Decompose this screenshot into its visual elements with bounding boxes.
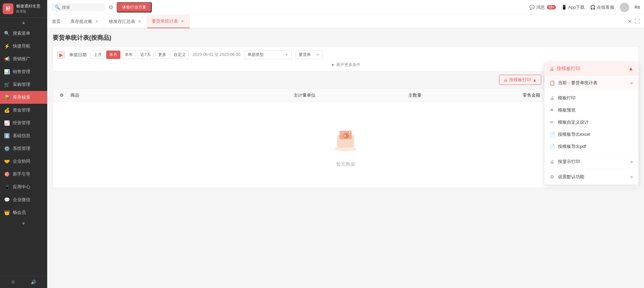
avatar[interactable] bbox=[620, 3, 629, 12]
dropdown-current-item[interactable]: 📋 当前：要货单统计表 ▶ bbox=[545, 77, 638, 89]
quick-nav-icon: ⚡ bbox=[3, 43, 10, 49]
sidebar-item-label: 企业微信 bbox=[13, 197, 30, 203]
date-btn-7days[interactable]: 近7天 bbox=[137, 51, 154, 59]
tab-receipt-summary[interactable]: 收发存汇总表 ✕ bbox=[104, 15, 147, 28]
sidebar-item-label: 经营管理 bbox=[13, 120, 30, 126]
dropdown-export-pdf[interactable]: 📄 按模板导出pdf bbox=[545, 140, 638, 153]
tab-receipt-summary-close[interactable]: ✕ bbox=[137, 19, 142, 25]
dropdown-template-preview[interactable]: 👁 模板预览 bbox=[545, 104, 638, 116]
doc-type-select[interactable]: 单据类型 ▼ bbox=[244, 50, 292, 59]
sidebar-item-app-center[interactable]: 📱 应用中心 bbox=[0, 181, 47, 193]
sidebar-item-marketing[interactable]: 📢 营销推广 bbox=[0, 53, 47, 65]
sidebar-item-finance[interactable]: 💰 资金管理 bbox=[0, 104, 47, 117]
sidebar-item-label: 搜索菜单 bbox=[13, 30, 30, 36]
tab-inventory-batch-close[interactable]: ✕ bbox=[94, 19, 99, 25]
export-pdf-icon: 📄 bbox=[549, 144, 555, 149]
system-icon: ⚙️ bbox=[3, 146, 10, 151]
dropdown-current-left: 📋 当前：要货单统计表 bbox=[549, 80, 597, 86]
date-btn-last-month[interactable]: 上月 bbox=[91, 51, 105, 59]
sidebar-item-label: 新手引导 bbox=[13, 171, 30, 177]
operations-icon: 📈 bbox=[3, 120, 10, 126]
sidebar-item-sales[interactable]: 📊 销售管理 bbox=[0, 65, 47, 78]
tab-inventory-batch[interactable]: 库存批次账 ✕ bbox=[66, 15, 104, 28]
print-template-btn[interactable]: 🖨 按模板打印 ▲ bbox=[499, 75, 541, 85]
export-pdf-label: 按模板导出pdf bbox=[558, 143, 586, 150]
close-tab-btn[interactable]: ✕ bbox=[627, 18, 632, 25]
export-excel-icon: 📄 bbox=[549, 132, 555, 137]
chevron-right-icon: ▶ bbox=[631, 81, 634, 85]
tab-home[interactable]: 首页 bbox=[47, 15, 66, 28]
search-input[interactable] bbox=[62, 5, 102, 10]
dropdown-template-design[interactable]: ✏ 模板自定义设计 bbox=[545, 116, 638, 128]
sidebar-item-label: 企业协同 bbox=[13, 158, 30, 164]
marketing-icon: 📢 bbox=[3, 56, 10, 62]
sidebar-item-wechat[interactable]: 💬 企业微信 bbox=[0, 193, 47, 206]
dropdown-template-print[interactable]: 🖨 模板打印 bbox=[545, 92, 638, 104]
sidebar-item-inventory[interactable]: 📦 库存核算 bbox=[0, 91, 47, 104]
date-btn-this-month[interactable]: 本月 bbox=[106, 51, 120, 59]
search-icon: 🔍 bbox=[55, 5, 60, 10]
sidebar-item-cooperation[interactable]: 🤝 企业协同 bbox=[0, 155, 47, 168]
template-preview-label: 模板预览 bbox=[558, 107, 576, 113]
dropdown-current-label: 当前：要货单统计表 bbox=[558, 80, 597, 86]
dropdown-display-print[interactable]: 🖨 按显示打印 ▶ bbox=[545, 156, 638, 168]
tab-order-summary[interactable]: 要货单统计表 ✕ bbox=[147, 15, 190, 28]
member-icon: 👑 bbox=[3, 210, 10, 215]
trial-button[interactable]: 体验行业方案 bbox=[117, 2, 152, 12]
logo-text: 畅捷通好生意 bbox=[16, 4, 40, 9]
message-label: 消息 bbox=[536, 4, 545, 10]
dropdown-close-btn[interactable]: ▲ bbox=[628, 66, 634, 72]
filter-toggle-btn[interactable]: ▶ bbox=[57, 51, 65, 59]
sidebar-item-label: 营销推广 bbox=[13, 56, 30, 62]
app-download-btn[interactable]: 📱 App下载 bbox=[561, 4, 585, 10]
dropdown-export-excel[interactable]: 📄 按模板导出excel bbox=[545, 128, 638, 140]
dropdown-header: 🖨 按模板打印 ▲ bbox=[545, 62, 638, 75]
sidebar-item-system[interactable]: ⚙️ 系统管理 bbox=[0, 142, 47, 155]
dropdown-display-section: 🖨 按显示打印 ▶ bbox=[545, 154, 638, 169]
date-btn-this-year[interactable]: 本年 bbox=[122, 51, 136, 59]
th-settings[interactable]: ⚙ bbox=[57, 93, 68, 98]
order-category-select[interactable]: 要货单 ▼ bbox=[296, 50, 323, 59]
topbar-search-box[interactable]: 🔍 bbox=[51, 3, 105, 11]
expand-icon: ▼ bbox=[331, 63, 335, 67]
sidebar-logo: 好 畅捷通好生意 标准版 bbox=[0, 0, 47, 18]
tab-order-summary-close[interactable]: ✕ bbox=[180, 18, 185, 24]
sidebar-item-quick-nav[interactable]: ⚡ 快捷导航 bbox=[0, 40, 47, 53]
topbar-actions: 💬 消息 99+ 📱 App下载 🎧 在线客服 Rit bbox=[529, 3, 640, 12]
sidebar-footer: ⚙ 🔊 bbox=[0, 276, 47, 288]
fullscreen-btn[interactable]: ⛶ bbox=[635, 19, 640, 25]
settings-footer-icon[interactable]: ⚙ bbox=[11, 280, 15, 285]
date-btn-custom[interactable]: 自定义 bbox=[171, 51, 189, 59]
sidebar-item-purchase[interactable]: 🛒 采购管理 bbox=[0, 78, 47, 91]
online-service-btn[interactable]: 🎧 在线客服 bbox=[590, 4, 614, 10]
speaker-footer-icon[interactable]: 🔊 bbox=[31, 280, 36, 285]
tab-order-summary-label: 要货单统计表 bbox=[152, 18, 178, 24]
th-product: 商品 bbox=[68, 92, 291, 98]
current-item-icon: 📋 bbox=[549, 80, 555, 86]
sidebar-item-search[interactable]: 🔍 搜索菜单 bbox=[0, 27, 47, 40]
template-design-icon: ✏ bbox=[549, 120, 555, 125]
chevron-down-icon: ▼ bbox=[285, 53, 289, 57]
scroll-up-btn[interactable]: ▲ bbox=[0, 18, 47, 27]
tab-receipt-summary-label: 收发存汇总表 bbox=[109, 19, 135, 25]
dropdown-set-default[interactable]: ⚙ 设置默认功能 ▶ bbox=[545, 171, 638, 183]
sidebar-item-guide[interactable]: 🎯 新手引导 bbox=[0, 168, 47, 181]
sidebar-item-member[interactable]: 👑 畅会员 bbox=[0, 206, 47, 219]
sidebar-item-basic-info[interactable]: ℹ️ 基础信息 bbox=[0, 129, 47, 142]
guide-icon: 🎯 bbox=[3, 171, 10, 177]
gear-icon[interactable]: ⚙ bbox=[109, 4, 113, 10]
expand-more-btn[interactable]: ▼ 展开更多条件 bbox=[331, 62, 360, 68]
sidebar-item-operations[interactable]: 📈 经营管理 bbox=[0, 117, 47, 129]
export-excel-label: 按模板导出excel bbox=[558, 131, 590, 137]
template-design-label: 模板自定义设计 bbox=[558, 119, 589, 125]
template-print-left: 🖨 模板打印 bbox=[549, 95, 576, 101]
message-btn[interactable]: 💬 消息 99+ bbox=[529, 4, 556, 10]
th-quantity: 主数量 bbox=[406, 92, 520, 98]
message-badge: 99+ bbox=[547, 5, 556, 9]
template-print-label: 模板打印 bbox=[558, 95, 576, 101]
sidebar-item-label: 快捷导航 bbox=[13, 43, 30, 49]
page-title: 要货单统计表(按商品) bbox=[53, 34, 639, 42]
scroll-down-btn[interactable]: ▼ bbox=[0, 219, 47, 228]
date-btn-more[interactable]: 更多 bbox=[155, 51, 169, 59]
username: Rit bbox=[635, 5, 640, 10]
